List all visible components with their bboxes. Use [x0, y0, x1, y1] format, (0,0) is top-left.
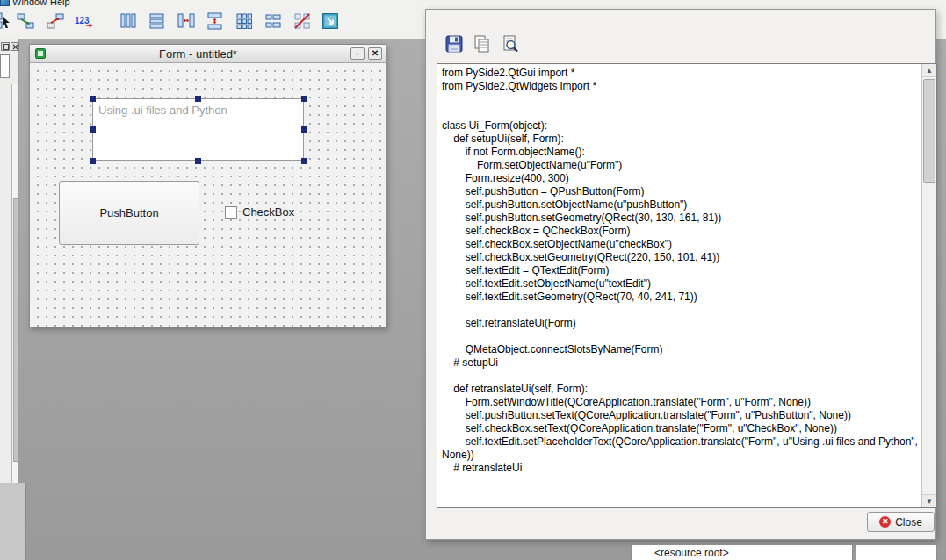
- adjust-size-button[interactable]: [319, 9, 342, 33]
- lay-out-horizontally-icon: [119, 11, 138, 31]
- code-preview-dialog: from PySide2.QtGui import * from PySide2…: [425, 9, 936, 540]
- edit-tab-order-button[interactable]: 123: [72, 9, 95, 33]
- close-button[interactable]: ✕ Close: [867, 512, 935, 532]
- menu-help[interactable]: Help: [50, 0, 70, 7]
- left-dock-panel: [0, 39, 19, 483]
- lay-out-in-grid-button[interactable]: [233, 9, 256, 33]
- checkbox-label: CheckBox: [242, 205, 294, 219]
- form-title-bar[interactable]: Form - untitled* - ✕: [30, 45, 386, 63]
- bottom-left-panel-fragment: [0, 483, 26, 560]
- form-window-icon: [35, 48, 46, 59]
- close-window-button[interactable]: ✕: [368, 47, 382, 60]
- textedit-widget[interactable]: Using .ui files and Python: [92, 98, 304, 161]
- adjust-size-icon: [321, 11, 340, 31]
- save-button[interactable]: [443, 32, 466, 55]
- edit-buddies-button[interactable]: [44, 9, 67, 33]
- selection-handle-bottom-right[interactable]: [301, 158, 307, 164]
- close-button-label: Close: [895, 516, 922, 528]
- float-icon: [3, 44, 9, 50]
- svg-text:123: 123: [75, 16, 90, 25]
- checkbox-box[interactable]: [225, 206, 237, 219]
- menu-window[interactable]: Window: [12, 0, 47, 7]
- edit-signals-slots-button[interactable]: [14, 9, 37, 33]
- checkbox-widget[interactable]: CheckBox: [225, 205, 294, 219]
- lay-out-horizontally-in-splitter-icon: [177, 11, 196, 31]
- code-view[interactable]: from PySide2.QtGui import * from PySide2…: [437, 63, 937, 508]
- dock-close-button[interactable]: [11, 42, 19, 51]
- qt-designer-screen: Window Help 123: [0, 0, 946, 560]
- lay-out-vertically-icon: [148, 11, 167, 31]
- app-icon: [0, 0, 10, 6]
- resource-browser-side-panel: [856, 544, 937, 560]
- scrollbar-thumb[interactable]: [13, 198, 18, 462]
- lay-out-vertically-in-splitter-icon: [206, 11, 225, 31]
- edit-widgets-button[interactable]: [0, 9, 15, 33]
- find-button[interactable]: [499, 32, 522, 55]
- scroll-up-arrow-icon[interactable]: ▲: [922, 64, 936, 77]
- widgetbox-filter-fragment[interactable]: [0, 54, 10, 78]
- scrollbar-thumb[interactable]: [923, 79, 935, 183]
- close-x-icon: ✕: [879, 516, 891, 528]
- form-designer-window: Form - untitled* - ✕ Using .ui files and…: [29, 44, 386, 327]
- code-vertical-scrollbar[interactable]: ▲ ▼: [921, 64, 936, 507]
- scroll-down-arrow-icon[interactable]: ▼: [922, 494, 936, 507]
- selection-handle-top-center[interactable]: [195, 96, 201, 102]
- minimize-button[interactable]: -: [350, 47, 365, 60]
- resource-browser-panel: <resource root>: [631, 544, 853, 560]
- lay-out-in-form-layout-button[interactable]: [262, 9, 285, 33]
- lay-out-horizontally-button[interactable]: [117, 9, 140, 33]
- lay-out-vertically-button[interactable]: [146, 9, 169, 33]
- edit-signals-slots-icon: [16, 11, 35, 31]
- break-layout-icon: [292, 11, 312, 31]
- code-text: from PySide2.QtGui import * from PySide2…: [437, 64, 921, 477]
- lay-out-horizontally-in-splitter-button[interactable]: [175, 9, 198, 33]
- selection-handle-top-right[interactable]: [301, 96, 307, 102]
- resource-root-item[interactable]: <resource root>: [632, 545, 852, 559]
- form-canvas[interactable]: Using .ui files and Python PushButton Ch…: [30, 63, 386, 327]
- selection-handle-top-left[interactable]: [90, 96, 96, 102]
- break-layout-button[interactable]: [291, 9, 314, 33]
- selection-handle-bottom-left[interactable]: [90, 158, 96, 164]
- widgetbox-scrollbar[interactable]: [11, 84, 18, 483]
- textedit-placeholder: Using .ui files and Python: [93, 99, 303, 121]
- selection-handle-mid-right[interactable]: [301, 126, 307, 133]
- selection-handle-bottom-center[interactable]: [195, 158, 201, 164]
- copy-button[interactable]: [471, 32, 494, 55]
- lay-out-in-form-layout-icon: [264, 11, 283, 31]
- edit-buddies-icon: [46, 11, 65, 31]
- lay-out-in-grid-icon: [235, 11, 254, 31]
- edit-tab-order-icon: 123: [74, 11, 93, 31]
- save-icon: [444, 34, 464, 54]
- edit-widgets-icon: [0, 11, 13, 31]
- close-icon: [12, 44, 18, 50]
- menu-bar: Window Help: [0, 0, 946, 7]
- dock-float-button[interactable]: [1, 42, 10, 51]
- find-icon: [501, 34, 520, 54]
- copy-icon: [473, 34, 492, 54]
- toolbar-separator: [105, 11, 105, 31]
- pushbutton-widget[interactable]: PushButton: [59, 181, 199, 245]
- form-window-title: Form - untitled*: [46, 47, 350, 61]
- lay-out-vertically-in-splitter-button[interactable]: [204, 9, 227, 33]
- selection-handle-mid-left[interactable]: [90, 126, 96, 133]
